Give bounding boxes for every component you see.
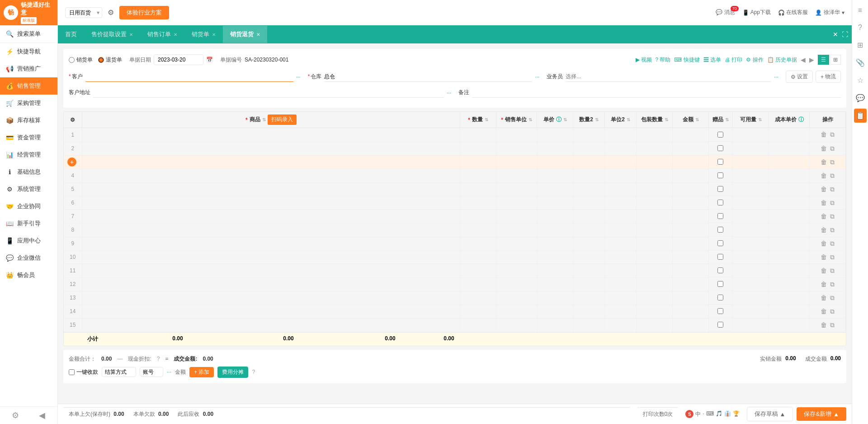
amount-cell[interactable] <box>673 250 709 264</box>
right-panel-btn-3[interactable]: ⊞ <box>854 38 866 52</box>
sidebar-item-purchase[interactable]: 🛒 采购管理 <box>0 95 57 112</box>
right-panel-btn-2[interactable]: ? <box>855 21 865 34</box>
customer-input[interactable] <box>85 71 293 82</box>
grid-view-btn[interactable]: ⊞ <box>830 55 841 65</box>
amount-cell[interactable] <box>673 142 709 155</box>
copy-row-btn[interactable]: ⧉ <box>829 293 835 303</box>
collapse-sidebar-btn[interactable]: ◀ <box>31 410 54 420</box>
copy-row-btn[interactable]: ⧉ <box>829 266 835 276</box>
amount-cell[interactable] <box>673 237 709 250</box>
qty2-cell[interactable] <box>573 182 605 196</box>
product-cell[interactable] <box>82 277 460 291</box>
price-cell[interactable] <box>537 237 573 250</box>
amount-cell[interactable] <box>673 182 709 196</box>
pack-qty-cell-active[interactable] <box>637 155 673 169</box>
warehouse-more-btn[interactable]: ··· <box>535 74 539 80</box>
available-cell[interactable] <box>733 318 769 332</box>
list-view-btn[interactable]: ☰ <box>818 55 829 65</box>
copy-row-btn[interactable]: ⧉ <box>829 225 835 235</box>
sale-unit-cell[interactable] <box>496 182 537 196</box>
sort-pack-qty[interactable]: ⇅ <box>665 117 668 122</box>
gift-checkbox[interactable] <box>717 227 723 233</box>
unit2-cell[interactable] <box>605 291 637 305</box>
price-cell[interactable] <box>537 264 573 277</box>
sale-unit-cell[interactable] <box>496 305 537 318</box>
pack-qty-cell[interactable] <box>637 142 673 155</box>
product-cell[interactable] <box>82 318 460 332</box>
gift-checkbox[interactable] <box>717 240 723 246</box>
qty2-cell[interactable] <box>573 264 605 277</box>
available-cell-active[interactable] <box>733 155 769 169</box>
pack-qty-cell[interactable] <box>637 128 673 142</box>
gift-checkbox[interactable] <box>717 200 723 205</box>
sidebar-item-marketing[interactable]: 📢 营销推广 <box>0 60 57 77</box>
close-sale-tab[interactable]: ✕ <box>212 32 216 37</box>
amount-cell[interactable] <box>673 223 709 237</box>
price-cell[interactable] <box>537 318 573 332</box>
app-download-btn[interactable]: 📱 App下载 <box>742 9 771 16</box>
qty-cell[interactable] <box>460 291 496 305</box>
price-cell[interactable] <box>537 210 573 223</box>
settings-bottom-icon[interactable]: ⚙ <box>4 410 27 420</box>
delete-row-btn[interactable]: 🗑 <box>820 320 828 329</box>
qty2-cell[interactable] <box>573 128 605 142</box>
salesman-input[interactable] <box>566 71 771 82</box>
add-payment-btn[interactable]: + 添加 <box>189 367 214 377</box>
qty-cell[interactable] <box>460 318 496 332</box>
unit2-cell[interactable] <box>605 182 637 196</box>
copy-row-btn[interactable]: ⧉ <box>829 130 835 139</box>
price-cell[interactable] <box>537 223 573 237</box>
sort-qty[interactable]: ⇅ <box>485 117 488 122</box>
pack-qty-cell[interactable] <box>637 210 673 223</box>
sidebar-item-system[interactable]: ⚙ 系统管理 <box>0 181 57 198</box>
sale-unit-cell[interactable] <box>496 196 537 210</box>
close-sale-return-tab[interactable]: ✕ <box>256 32 260 37</box>
available-cell[interactable] <box>733 128 769 142</box>
product-cell[interactable] <box>82 142 460 155</box>
gift-checkbox[interactable] <box>717 172 723 178</box>
gift-checkbox-active[interactable] <box>717 159 723 165</box>
tab-sale-order[interactable]: 销售订单 ✕ <box>140 26 184 43</box>
copy-row-btn[interactable]: ⧉ <box>829 185 835 194</box>
gift-checkbox[interactable] <box>717 213 723 219</box>
price-cell[interactable] <box>537 305 573 318</box>
sale-unit-cell[interactable] <box>496 169 537 182</box>
customer-more-btn[interactable]: ··· <box>296 74 301 80</box>
sale-unit-cell[interactable] <box>496 237 537 250</box>
delete-row-btn[interactable]: 🗑 <box>820 185 828 194</box>
sort-price[interactable]: ⇅ <box>563 117 567 122</box>
qty-cell[interactable] <box>460 305 496 318</box>
available-cell[interactable] <box>733 169 769 182</box>
sale-unit-cell[interactable] <box>496 318 537 332</box>
qty-cell[interactable] <box>460 128 496 142</box>
select-bill-btn[interactable]: ☰ 选单 <box>703 56 721 64</box>
price-cell[interactable] <box>537 250 573 264</box>
date-input[interactable] <box>154 54 203 65</box>
pack-qty-cell[interactable] <box>637 277 673 291</box>
add-row-btn[interactable]: + <box>67 157 76 167</box>
amount-cell-active[interactable] <box>673 155 709 169</box>
qty-cell[interactable] <box>460 223 496 237</box>
qty2-cell[interactable] <box>573 142 605 155</box>
trial-btn[interactable]: 体验行业方案 <box>119 6 169 19</box>
sort-gift[interactable]: ⇅ <box>725 117 729 122</box>
qty2-cell[interactable] <box>573 250 605 264</box>
gift-checkbox[interactable] <box>717 186 723 192</box>
product-cell[interactable] <box>82 128 460 142</box>
qty-cell[interactable] <box>460 264 496 277</box>
available-cell[interactable] <box>733 277 769 291</box>
product-cell[interactable] <box>82 250 460 264</box>
tab-sale-return[interactable]: 销货退货 ✕ <box>223 26 267 43</box>
pack-qty-cell[interactable] <box>637 237 673 250</box>
address-more-btn[interactable]: ··· <box>447 90 451 96</box>
product-cell[interactable] <box>82 264 460 277</box>
qty2-cell[interactable] <box>573 210 605 223</box>
gift-checkbox[interactable] <box>717 322 723 328</box>
calc-method-select[interactable]: 结算方式 <box>102 367 136 377</box>
warehouse-input[interactable] <box>324 71 532 82</box>
copy-row-btn[interactable]: ⧉ <box>829 280 835 289</box>
close-tab-btn[interactable]: ✕ <box>833 31 838 38</box>
sort-product[interactable]: ⇅ <box>262 117 266 122</box>
unit2-cell[interactable] <box>605 223 637 237</box>
amount-cell[interactable] <box>673 128 709 142</box>
